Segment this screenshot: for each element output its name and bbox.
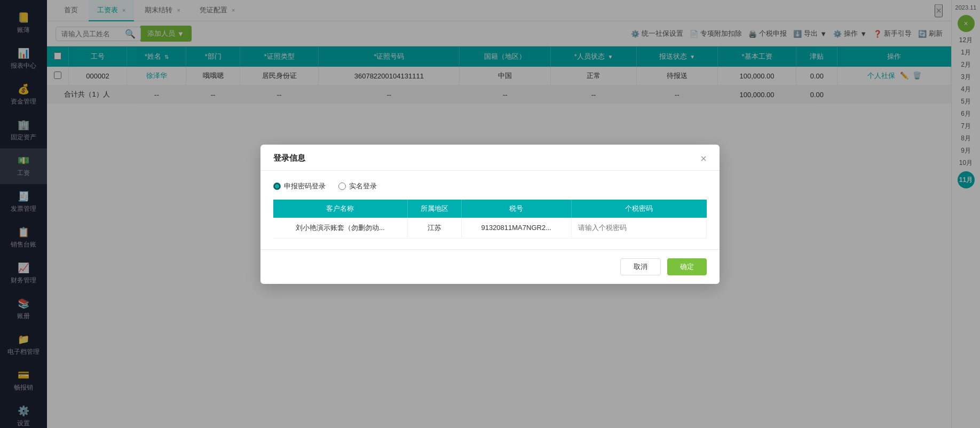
dialog-col-password: 个税密码 <box>571 200 707 218</box>
dialog-header: 登录信息 × <box>260 145 720 171</box>
login-dialog: 登录信息 × 申报密码登录 实名登录 客户名称 所属地区 <box>260 145 720 284</box>
cancel-button[interactable]: 取消 <box>620 258 661 275</box>
confirm-button[interactable]: 确定 <box>667 258 707 275</box>
realname-login-radio[interactable] <box>338 183 346 190</box>
dialog-title: 登录信息 <box>273 153 305 163</box>
client-password-cell[interactable] <box>571 218 707 239</box>
dialog-close-button[interactable]: × <box>700 153 707 164</box>
dialog-overlay: 登录信息 × 申报密码登录 实名登录 客户名称 所属地区 <box>0 0 980 428</box>
client-taxno-cell: 91320811MA7NGR2... <box>461 218 571 239</box>
realname-login-radio-label[interactable]: 实名登录 <box>338 181 377 191</box>
client-name-cell: 刘小艳演示账套（勿删勿动... <box>273 218 407 239</box>
dialog-col-client: 客户名称 <box>273 200 407 218</box>
dialog-body: 申报密码登录 实名登录 客户名称 所属地区 税号 个税密码 <box>260 171 720 249</box>
password-login-radio[interactable] <box>273 183 281 190</box>
login-type-radio-group: 申报密码登录 实名登录 <box>273 181 707 191</box>
dialog-footer: 取消 确定 <box>260 249 720 284</box>
dialog-col-region: 所属地区 <box>407 200 461 218</box>
client-table: 客户名称 所属地区 税号 个税密码 刘小艳演示账套（勿删勿动... 江苏 913… <box>273 200 707 239</box>
client-table-row: 刘小艳演示账套（勿删勿动... 江苏 91320811MA7NGR2... <box>273 218 707 239</box>
client-region-cell: 江苏 <box>407 218 461 239</box>
password-login-radio-label[interactable]: 申报密码登录 <box>273 181 326 191</box>
tax-password-input[interactable] <box>578 224 700 232</box>
dialog-col-taxno: 税号 <box>461 200 571 218</box>
